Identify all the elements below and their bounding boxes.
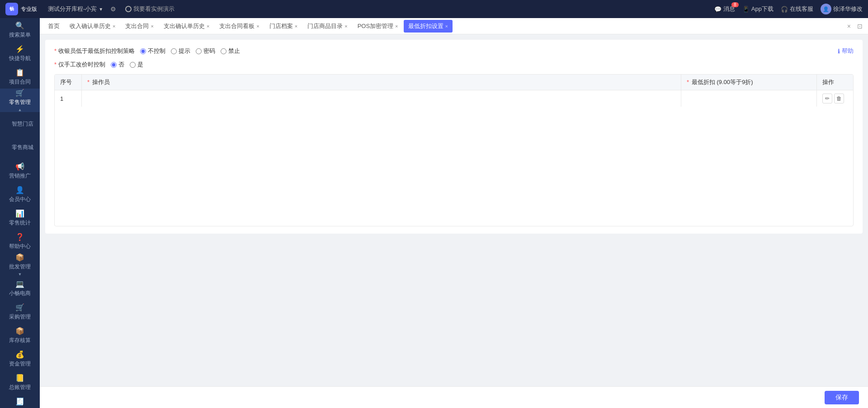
help-icon: ℹ [838, 48, 840, 55]
topbar: 畅 专业版 测试分开库程-小宾 ▼ ⚙ 我要看实例演示 💬 消息 8 📱 App… [0, 0, 868, 18]
sidebar-label-retail-stat: 零售统计 [9, 219, 31, 227]
tab-store-catalog-label: 门店商品目录 [307, 22, 343, 30]
manual-control-label: * 仅手工改价时控制 [54, 61, 105, 69]
save-button[interactable]: 保存 [825, 391, 859, 404]
app-download-label: App下载 [751, 5, 774, 13]
app-download-icon: 📱 [742, 6, 750, 13]
sidebar-item-wholesale[interactable]: 📦 批发管理 ▼ [0, 253, 40, 277]
tab-payment-board-close[interactable]: × [256, 23, 259, 29]
tab-store-file[interactable]: 门店档案 × [265, 20, 302, 33]
cell-min-discount[interactable] [681, 90, 817, 107]
tab-bar: 首页 收入确认单历史 × 支出合同 × 支出确认单历史 × 支出合同看板 × 门… [40, 18, 868, 34]
col-min-discount: * 最低折扣 (9.00等于9折) [681, 75, 817, 90]
online-service-button[interactable]: 🎧 在线客服 [781, 5, 813, 13]
delete-row-button[interactable]: 🗑 [834, 94, 844, 103]
sidebar-item-shortcut[interactable]: ⚡ 快捷导航 [0, 42, 40, 65]
radio-prompt-label: 提示 [179, 47, 190, 55]
user-menu[interactable]: 👤 徐泽华修改 [821, 4, 863, 14]
tab-income-history-label: 收入确认单历史 [70, 22, 111, 30]
ecommerce-icon: 💻 [15, 280, 24, 288]
radio-manual-yes[interactable]: 是 [130, 61, 143, 69]
sidebar-item-project[interactable]: 📋 项目合同 [0, 65, 40, 89]
sidebar-item-search[interactable]: 🔍 搜索菜单 [0, 18, 40, 42]
radio-forbid-input[interactable] [221, 48, 226, 54]
tab-pos-password-label: POS加密管理 [358, 22, 393, 30]
tab-income-history-close[interactable]: × [113, 23, 115, 29]
wholesale-icon: 📦 [15, 253, 24, 262]
tab-min-discount[interactable]: 最低折扣设置 × [404, 20, 453, 33]
topbar-left: 畅 专业版 测试分开库程-小宾 ▼ ⚙ 我要看实例演示 [5, 3, 175, 15]
sidebar-item-purchase[interactable]: 🛒 采购管理 [0, 300, 40, 324]
tab-payment-contract-close[interactable]: × [151, 23, 153, 29]
sidebar-item-smart-store[interactable]: 智慧门店 [0, 112, 40, 136]
radio-no-control[interactable]: 不控制 [140, 47, 165, 55]
demo-text: 我要看实例演示 [133, 5, 175, 13]
demo-link[interactable]: 我要看实例演示 [125, 5, 175, 13]
tab-maximize-button[interactable]: ⊡ [855, 22, 864, 31]
message-button[interactable]: 💬 消息 8 [714, 5, 735, 13]
tab-close-button[interactable]: × [845, 22, 853, 31]
app-logo: 畅 专业版 [5, 3, 37, 15]
tab-payment-board[interactable]: 支出合同看板 × [215, 20, 264, 33]
manual-control-radio-group: 否 是 [111, 61, 143, 69]
edit-row-button[interactable]: ✏ [822, 94, 832, 103]
tab-store-catalog[interactable]: 门店商品目录 × [303, 20, 352, 33]
sidebar-label-project: 项目合同 [9, 78, 31, 86]
sidebar-item-inventory[interactable]: 📦 库存核算 [0, 324, 40, 347]
marketing-icon: 📢 [15, 162, 24, 171]
radio-manual-no[interactable]: 否 [111, 61, 124, 69]
capital-icon: 💰 [15, 350, 24, 359]
logo-icon: 畅 [5, 3, 18, 15]
invoice-icon: 🧾 [15, 397, 24, 406]
topbar-gear-icon[interactable]: ⚙ [110, 5, 116, 13]
tab-pos-password-close[interactable]: × [395, 23, 398, 29]
sidebar-item-retail[interactable]: 🛒 零售管理 ▲ [0, 89, 40, 112]
shortcut-icon: ⚡ [15, 45, 24, 53]
sidebar-item-ledger[interactable]: 📒 总账管理 [0, 370, 40, 394]
tab-payment-history-close[interactable]: × [207, 23, 209, 29]
tab-payment-contract[interactable]: 支出合同 × [121, 20, 158, 33]
tab-store-catalog-close[interactable]: × [344, 23, 347, 29]
radio-no-control-input[interactable] [140, 48, 146, 54]
col-operator: * 操作员 [82, 75, 681, 90]
radio-manual-yes-input[interactable] [130, 62, 136, 68]
tab-min-discount-close[interactable]: × [445, 23, 448, 29]
tab-home[interactable]: 首页 [43, 20, 64, 33]
sidebar-label-retail: 零售管理 [9, 98, 31, 106]
cashier-control-row: * 收银员低于最低折扣控制策略 不控制 提示 [54, 47, 854, 55]
tab-store-file-close[interactable]: × [295, 23, 297, 29]
sidebar-item-capital[interactable]: 💰 资金管理 [0, 347, 40, 370]
cell-operator[interactable] [82, 90, 681, 107]
help-icon: ❓ [15, 233, 24, 241]
tab-pos-password[interactable]: POS加密管理 × [353, 20, 403, 33]
radio-prompt[interactable]: 提示 [171, 47, 190, 55]
sidebar-item-invoice[interactable]: 🧾 发票管理 [0, 394, 40, 408]
sidebar-item-marketing[interactable]: 📢 营销推广 [0, 159, 40, 183]
radio-prompt-input[interactable] [171, 48, 177, 54]
form-card: * 收银员低于最低折扣控制策略 不控制 提示 [45, 40, 863, 234]
radio-manual-no-input[interactable] [111, 62, 117, 68]
sidebar-item-ecommerce[interactable]: 💻 小畅电商 [0, 277, 40, 300]
app-download-button[interactable]: 📱 App下载 [742, 5, 774, 13]
radio-forbid-label: 禁止 [228, 47, 240, 55]
help-button[interactable]: ℹ 帮助 [838, 47, 854, 55]
radio-password-input[interactable] [196, 48, 202, 54]
help-label: 帮助 [842, 47, 854, 55]
cell-index: 1 [55, 90, 82, 107]
online-service-icon: 🎧 [781, 6, 788, 13]
sidebar-item-help[interactable]: ❓ 帮助中心 [0, 230, 40, 253]
sidebar-item-member[interactable]: 👤 会员中心 [0, 183, 40, 206]
sidebar-label-help: 帮助中心 [9, 243, 31, 250]
radio-forbid[interactable]: 禁止 [221, 47, 240, 55]
tab-payment-history[interactable]: 支出确认单历史 × [159, 20, 214, 33]
sidebar-item-retail-stat[interactable]: 📊 零售统计 [0, 206, 40, 230]
project-name: 测试分开库程-小宾 [48, 5, 97, 13]
project-selector[interactable]: 测试分开库程-小宾 ▼ [48, 5, 103, 13]
sidebar-label-purchase: 采购管理 [9, 313, 31, 321]
tab-home-label: 首页 [48, 22, 60, 30]
retail-icon: 🛒 [15, 89, 24, 97]
tab-income-history[interactable]: 收入确认单历史 × [65, 20, 120, 33]
radio-password[interactable]: 密码 [196, 47, 215, 55]
sidebar-item-retail-mall[interactable]: 零售商城 [0, 136, 40, 159]
sidebar-label-wholesale: 批发管理 [9, 263, 31, 271]
